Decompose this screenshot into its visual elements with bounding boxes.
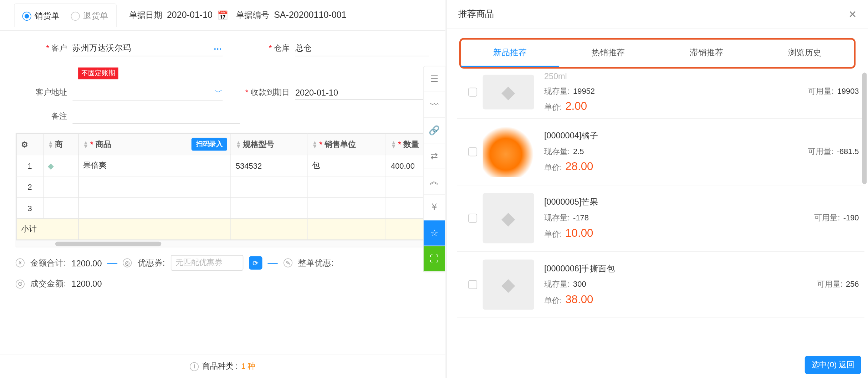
radio-sales-order[interactable]: 销货单 <box>22 11 60 21</box>
product-name: [0000004]橘子 <box>544 131 859 141</box>
product-name: [0000006]手撕面包 <box>544 264 859 274</box>
customer-input[interactable]: 苏州万达沃尔玛 ⋯ <box>72 41 223 56</box>
form-area: 客户 苏州万达沃尔玛 ⋯ 仓库 总仓 不固定账期 客户地址 <box>0 31 445 124</box>
deal-amount-value: 1200.00 <box>72 279 102 289</box>
coupon-icon: ◎ <box>123 259 132 267</box>
amount-total-value: 1200.00 <box>72 258 102 268</box>
col-product[interactable]: ▲▼* 商品扫码录入 <box>78 134 231 155</box>
close-icon[interactable]: ✕ <box>848 8 857 20</box>
recommend-panel: 推荐商品 ✕ 新品推荐 热销推荐 滞销推荐 浏览历史 ◆ 250ml 现存量:1… <box>446 0 868 378</box>
radio-sales-label: 销货单 <box>35 11 60 21</box>
item-checkbox[interactable] <box>468 214 477 223</box>
expand-icon[interactable]: ⛶ <box>424 246 445 272</box>
amount-total-label: 金额合计: <box>30 257 66 268</box>
warehouse-value: 总仓 <box>295 43 312 54</box>
tab-stagnant[interactable]: 滞销推荐 <box>658 40 756 67</box>
col-unit[interactable]: ▲▼* 销售单位 <box>307 134 386 155</box>
col-spec[interactable]: ▲▼规格型号 <box>231 134 307 155</box>
star-icon[interactable]: ☆ <box>424 220 445 246</box>
currency-icon: ¥ <box>16 259 25 267</box>
product-thumb: ◆ <box>43 155 78 176</box>
paydue-input[interactable]: 2020-01-10 <box>295 85 429 100</box>
tab-hot[interactable]: 热销推荐 <box>559 40 657 67</box>
list-item[interactable]: ◆ 250ml 现存量:19952 可用量:19903 单价:2.00 <box>457 71 864 119</box>
discount-icon: ✎ <box>283 259 292 267</box>
horizontal-scrollbar[interactable] <box>16 240 434 247</box>
product-price: 10.00 <box>565 226 593 239</box>
product-name: 250ml <box>544 71 859 81</box>
radio-dot-icon <box>71 11 80 20</box>
radio-return-label: 退货单 <box>83 11 108 21</box>
warehouse-label: 仓库 <box>239 44 295 53</box>
table-row[interactable]: 2 <box>16 176 433 197</box>
vertical-scrollbar[interactable] <box>862 72 868 229</box>
side-toolbar: ☰ 〰 🔗 ⇄ ︽ ￥ ☆ ⛶ <box>423 66 445 272</box>
chevron-down-icon[interactable]: ﹀ <box>214 87 223 98</box>
select-return-button[interactable]: 选中(0) 返回 <box>805 356 861 374</box>
info-icon: i <box>190 362 199 371</box>
item-checkbox[interactable] <box>468 280 477 289</box>
coupon-label: 优惠券: <box>138 257 165 268</box>
header-bar: 销货单 退货单 单据日期 2020-01-10 📅 单据编号 SA-202001… <box>0 0 445 31</box>
product-kind-value: 1 种 <box>241 361 255 371</box>
address-label: 客户地址 <box>17 88 73 98</box>
table-row[interactable]: 3 <box>16 197 433 218</box>
lookup-icon[interactable]: ⋯ <box>214 43 223 53</box>
exchange-icon[interactable]: ⇄ <box>424 143 445 169</box>
collapse-icon[interactable]: ︽ <box>424 169 445 195</box>
minus-icon: — <box>268 257 278 269</box>
coupon-input[interactable]: 无匹配优惠券 <box>170 255 243 271</box>
subtotal-row: 小计 <box>16 219 433 240</box>
list-item[interactable]: ◆ [0000006]手撕面包 现存量:300 可用量:256 单价:38.00 <box>457 252 864 318</box>
doc-date-label: 单据日期 <box>129 10 163 20</box>
item-checkbox[interactable] <box>468 147 477 156</box>
recommend-list[interactable]: ◆ 250ml 现存量:19952 可用量:19903 单价:2.00 [000… <box>457 71 864 352</box>
address-input[interactable]: ﹀ <box>72 85 223 101</box>
recommend-tabs-highlight: 新品推荐 热销推荐 滞销推荐 浏览历史 <box>459 38 856 68</box>
doc-number-value: SA-20200110-001 <box>274 10 346 20</box>
sales-order-panel: 销货单 退货单 单据日期 2020-01-10 📅 单据编号 SA-202001… <box>0 0 445 378</box>
line-items-grid: ⚙ ▲▼商 ▲▼* 商品扫码录入 ▲▼规格型号 ▲▼* 销售单位 ▲▼* 数量 … <box>16 133 434 247</box>
currency-icon[interactable]: ￥ <box>424 195 445 220</box>
warehouse-input[interactable]: 总仓 <box>295 41 429 56</box>
item-checkbox[interactable] <box>468 88 477 97</box>
paydue-value: 2020-01-10 <box>295 88 338 97</box>
deal-amount-label: 成交金额: <box>30 279 66 289</box>
tab-history[interactable]: 浏览历史 <box>756 40 854 67</box>
list-item[interactable]: [0000004]橘子 现存量:2.5 可用量:-681.5 单价:28.00 <box>457 119 864 185</box>
paydue-label: 收款到期日 <box>239 88 295 98</box>
product-name: [0000005]芒果 <box>544 197 859 208</box>
list-item[interactable]: ◆ [0000005]芒果 现存量:-178 可用量:-190 单价:10.00 <box>457 185 864 252</box>
product-image: ◆ <box>483 193 534 243</box>
remark-label: 备注 <box>17 112 73 122</box>
col-merchant[interactable]: ▲▼商 <box>43 134 78 155</box>
minus-icon: — <box>107 257 117 269</box>
tab-new[interactable]: 新品推荐 <box>461 40 559 67</box>
table-row[interactable]: 1 ◆ 果倍爽 534532 包 400.00 <box>16 155 433 176</box>
note-icon[interactable]: ☰ <box>424 66 445 92</box>
product-kind-label: 商品种类 : <box>202 361 238 371</box>
recommend-title: 推荐商品 <box>458 8 494 20</box>
calendar-icon[interactable]: 📅 <box>217 10 228 20</box>
whole-discount-label: 整单优惠: <box>298 257 333 268</box>
customer-label: 客户 <box>17 44 73 53</box>
product-price: 38.00 <box>565 293 593 305</box>
doc-number-label: 单据编号 <box>236 10 270 20</box>
doc-date-value[interactable]: 2020-01-10 <box>167 10 213 20</box>
link-icon[interactable]: 🔗 <box>424 118 445 143</box>
product-image: ◆ <box>483 260 534 310</box>
product-price: 28.00 <box>565 160 593 172</box>
product-image: ◆ <box>483 75 534 109</box>
remark-input[interactable] <box>72 109 240 124</box>
chart-icon[interactable]: 〰 <box>424 92 445 118</box>
refresh-coupon-button[interactable]: ⟳ <box>249 256 262 270</box>
product-image <box>483 127 534 177</box>
radio-dot-icon <box>22 11 31 20</box>
scan-entry-button[interactable]: 扫码录入 <box>192 138 227 151</box>
deal-icon: ⊙ <box>16 279 25 288</box>
customer-value: 苏州万达沃尔玛 <box>72 43 131 54</box>
radio-return-order[interactable]: 退货单 <box>71 11 108 21</box>
grid-settings[interactable]: ⚙ <box>16 134 43 155</box>
product-price: 2.00 <box>565 100 587 112</box>
footer-bar: i 商品种类 : 1 种 <box>0 354 445 378</box>
